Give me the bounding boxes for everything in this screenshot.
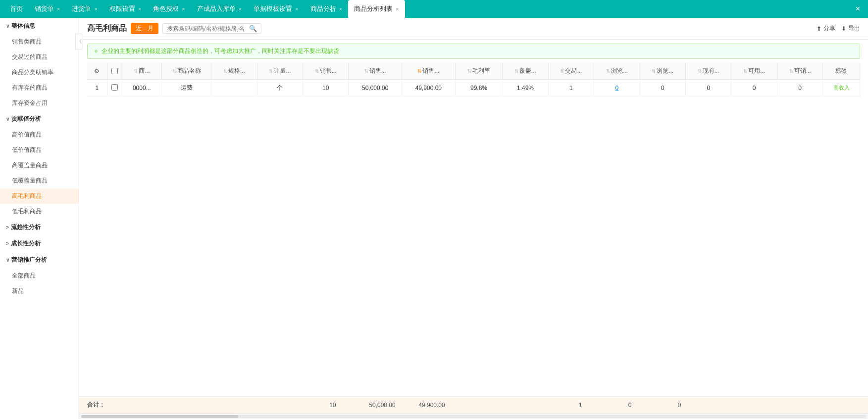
sidebar-collapse-button[interactable]: 《 bbox=[75, 34, 83, 49]
sidebar-item-new-goods[interactable]: 新品 bbox=[0, 283, 79, 299]
header-actions: ⬆ 分享 ⬇ 导出 bbox=[817, 24, 860, 33]
cell-sales-amount: 50,000.00 bbox=[349, 80, 402, 96]
footer-browse2: 0 bbox=[660, 402, 699, 409]
nav-analysis-list[interactable]: 商品分析列表 × bbox=[348, 0, 405, 18]
goods-table: ⚙ ⇅ 商... ⇅ bbox=[87, 63, 860, 96]
horizontal-scrollbar[interactable] bbox=[79, 413, 868, 419]
close-all-icon[interactable]: × bbox=[852, 4, 864, 13]
nav-home[interactable]: 首页 bbox=[4, 0, 29, 18]
sidebar-item-high-coverage[interactable]: 高覆盖量商品 bbox=[0, 158, 79, 173]
cell-code: 0000... bbox=[122, 80, 162, 96]
top-navigation: 首页 销货单 × 进货单 × 权限设置 × 角色授权 × 产成品入库单 × 单据… bbox=[0, 0, 868, 18]
sidebar-section-contribution[interactable]: ∨ 贡献值分析 bbox=[0, 111, 79, 127]
cell-sales-qty: 10 bbox=[303, 80, 348, 96]
sidebar-section-marketing[interactable]: ∨ 营销推广分析 bbox=[0, 252, 79, 268]
footer-transaction: 1 bbox=[561, 402, 600, 409]
section-overall-arrow: ∨ bbox=[6, 23, 9, 29]
page-title: 高毛利商品 bbox=[87, 23, 127, 34]
sidebar-item-category-assist[interactable]: 商品分类助销率 bbox=[0, 65, 79, 80]
sort-icon13: ⇅ bbox=[698, 68, 702, 74]
section-marketing-arrow: ∨ bbox=[6, 257, 9, 263]
col-spec: ⇅ 规格... bbox=[211, 63, 257, 80]
sort-icon9: ⇅ bbox=[514, 68, 518, 74]
share-button[interactable]: ⬆ 分享 bbox=[817, 24, 835, 33]
nav-analysis-list-close[interactable]: × bbox=[396, 6, 399, 12]
cell-transaction: 1 bbox=[548, 80, 594, 96]
cell-check bbox=[107, 80, 122, 96]
col-name: ⇅ 商品名称 bbox=[162, 63, 211, 80]
col-sales-amount: ⇅ 销售... bbox=[349, 63, 402, 80]
col-gross-rate: ⇅ 毛利率 bbox=[455, 63, 503, 80]
settings-icon[interactable]: ⚙ bbox=[94, 68, 100, 75]
footer-bar: 合计： 10 50,000.00 49,900.00 1 0 0 bbox=[79, 396, 868, 413]
browse1-link[interactable]: 0 bbox=[615, 85, 619, 92]
sidebar-item-stock-capital[interactable]: 库存资金占用 bbox=[0, 95, 79, 111]
cell-sales-profit: 49,900.00 bbox=[402, 80, 456, 96]
nav-permission[interactable]: 权限设置 × bbox=[103, 0, 147, 18]
nav-analysis-close[interactable]: × bbox=[339, 6, 342, 12]
footer-browse1: 0 bbox=[610, 402, 650, 409]
cell-tag: 高收入 bbox=[823, 80, 860, 96]
table-container: ⚙ ⇅ 商... ⇅ bbox=[79, 63, 868, 396]
scrollbar-thumb[interactable] bbox=[81, 415, 238, 418]
cell-browse2: 0 bbox=[640, 80, 685, 96]
sidebar-item-stock-goods[interactable]: 有库存的商品 bbox=[0, 80, 79, 95]
sidebar-item-low-margin[interactable]: 低毛利商品 bbox=[0, 204, 79, 219]
sidebar-section-flow[interactable]: > 流趋性分析 bbox=[0, 219, 79, 235]
footer-label: 合计： bbox=[87, 401, 105, 409]
content-header: 高毛利商品 近一月 🔍 ⬆ 分享 ⬇ 导出 bbox=[79, 18, 868, 40]
nav-sales-close[interactable]: × bbox=[57, 6, 60, 12]
scrollbar-track bbox=[81, 415, 866, 418]
cell-saleable: 0 bbox=[777, 80, 822, 96]
nav-role[interactable]: 角色授权 × bbox=[147, 0, 191, 18]
sidebar-item-sales-goods[interactable]: 销售类商品 bbox=[0, 34, 79, 49]
sort-icon14: ⇅ bbox=[743, 68, 747, 74]
search-icon[interactable]: 🔍 bbox=[249, 25, 257, 32]
nav-permission-close[interactable]: × bbox=[138, 6, 141, 12]
sidebar-section-growth[interactable]: > 成长性分析 bbox=[0, 235, 79, 252]
search-input[interactable] bbox=[167, 25, 249, 32]
sidebar-item-all-goods[interactable]: 全部商品 bbox=[0, 268, 79, 283]
col-current: ⇅ 现有... bbox=[686, 63, 731, 80]
nav-analysis[interactable]: 商品分析 × bbox=[305, 0, 348, 18]
cell-browse1: 0 bbox=[594, 80, 640, 96]
export-button[interactable]: ⬇ 导出 bbox=[841, 24, 860, 33]
search-container: 🔍 bbox=[162, 23, 261, 34]
sort-icon7: ⇅ bbox=[417, 68, 421, 74]
row-checkbox[interactable] bbox=[111, 84, 118, 91]
table-row: 1 0000... 运费 个 10 50,000.00 49,900.00 99… bbox=[87, 80, 860, 96]
nav-product-instock[interactable]: 产成品入库单 × bbox=[191, 0, 248, 18]
col-browse1: ⇅ 浏览... bbox=[594, 63, 640, 80]
sidebar-section-overall[interactable]: ∨ 整体信息 bbox=[0, 18, 79, 34]
sort-icon12: ⇅ bbox=[652, 68, 656, 74]
col-transaction: ⇅ 交易... bbox=[548, 63, 594, 80]
sort-icon10: ⇅ bbox=[560, 68, 564, 74]
nav-right: × bbox=[852, 4, 864, 13]
cell-gross-rate: 99.8% bbox=[455, 80, 503, 96]
nav-product-instock-close[interactable]: × bbox=[239, 6, 242, 12]
sidebar-item-low-coverage[interactable]: 低覆盖量商品 bbox=[0, 173, 79, 188]
nav-role-close[interactable]: × bbox=[182, 6, 185, 12]
sort-icon4: ⇅ bbox=[269, 68, 273, 74]
section-flow-arrow: > bbox=[6, 225, 9, 230]
select-all-checkbox[interactable] bbox=[111, 68, 118, 74]
col-available: ⇅ 可用... bbox=[731, 63, 777, 80]
cell-unit: 个 bbox=[257, 80, 303, 96]
col-code: ⇅ 商... bbox=[122, 63, 162, 80]
sort-icon11: ⇅ bbox=[606, 68, 610, 74]
nav-template[interactable]: 单据模板设置 × bbox=[248, 0, 304, 18]
sidebar-item-low-value[interactable]: 低价值商品 bbox=[0, 142, 79, 158]
filter-month-button[interactable]: 近一月 bbox=[131, 23, 158, 34]
cell-spec bbox=[211, 80, 257, 96]
col-index: ⚙ bbox=[87, 63, 107, 80]
sidebar-item-high-value[interactable]: 高价值商品 bbox=[0, 127, 79, 142]
sort-icon2: ⇅ bbox=[172, 68, 176, 74]
sidebar-item-high-margin[interactable]: 高毛利商品 bbox=[0, 188, 79, 204]
sidebar-item-traded-goods[interactable]: 交易过的商品 bbox=[0, 49, 79, 65]
nav-purchase[interactable]: 进货单 × bbox=[66, 0, 103, 18]
nav-sales[interactable]: 销货单 × bbox=[29, 0, 66, 18]
sort-icon6: ⇅ bbox=[364, 68, 368, 74]
cell-available: 0 bbox=[731, 80, 777, 96]
nav-template-close[interactable]: × bbox=[295, 6, 298, 12]
nav-purchase-close[interactable]: × bbox=[94, 6, 97, 12]
